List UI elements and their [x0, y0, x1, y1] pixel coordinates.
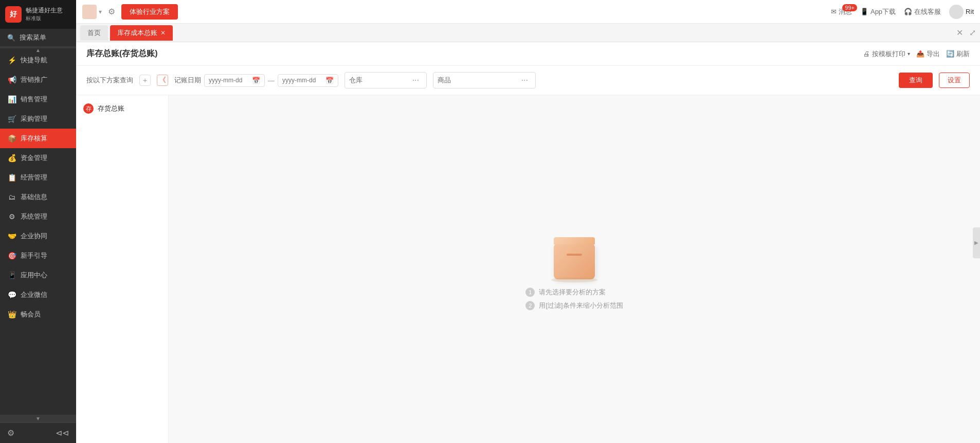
export-icon: 📤 [916, 50, 924, 58]
sales-icon: 📊 [7, 95, 16, 104]
page-header: 库存总账(存货总账) 🖨 按模板打印 ▾ 📤 导出 🔄 刷新 [76, 42, 980, 66]
chevron-down-icon: ▾ [99, 8, 102, 15]
industry-solution-button[interactable]: 体验行业方案 [121, 4, 178, 20]
search-menu[interactable]: 🔍 搜索菜单 [0, 29, 76, 46]
date-label: 记账日期 [174, 76, 201, 85]
app-center-icon: 📱 [7, 271, 16, 280]
logo-icon: 好 [5, 6, 22, 23]
basic-info-icon: 🗂 [7, 192, 16, 202]
purchase-icon: 🛒 [7, 114, 16, 123]
empty-box-graphic [554, 243, 595, 279]
company-avatar [82, 5, 97, 19]
topbar-left: ▾ ⚙ 体验行业方案 [82, 4, 827, 20]
content-row: 存 存货总账 1 请先选择要分析的 [76, 95, 980, 443]
filter-area: 按以下方案查询 + 《 记账日期 📅 — 📅 仓库 ··· [76, 66, 980, 95]
goods-more-icon[interactable]: ··· [518, 75, 531, 86]
sidebar-item-system[interactable]: ⚙ 系统管理 [0, 207, 76, 226]
sidebar-item-inventory[interactable]: 📦 库存核算 [0, 129, 76, 148]
sidebar-item-wechat[interactable]: 💬 企业微信 [0, 285, 76, 305]
print-dropdown-icon[interactable]: ▾ [908, 51, 910, 57]
search-icon: 🔍 [7, 34, 15, 42]
sidebar-item-quick-nav[interactable]: ⚡ 快捷导航 [0, 50, 76, 70]
sidebar-nav: ⚡ 快捷导航 📢 营销推广 📊 销售管理 🛒 采购管理 📦 库存核算 💰 资金管… [0, 48, 76, 415]
hint-num-2: 2 [525, 301, 535, 310]
wechat-icon: 💬 [7, 290, 16, 299]
app-name: 畅捷通好生意 标准版 [26, 7, 63, 22]
add-filter-button[interactable]: + [139, 75, 151, 86]
settings-icon[interactable]: ⚙ [7, 428, 14, 438]
panel-close-icon[interactable]: ✕ [956, 28, 963, 38]
scroll-down-icon[interactable]: ▼ [35, 416, 41, 421]
warehouse-select[interactable]: 仓库 ··· [344, 72, 427, 88]
sidebar-item-app-center[interactable]: 📱 应用中心 [0, 265, 76, 285]
calendar-end-icon[interactable]: 📅 [325, 77, 334, 84]
tabs-bar: 首页 库存成本总账 ✕ ✕ ⤢ [76, 24, 980, 42]
date-end-field[interactable] [282, 77, 323, 84]
quick-nav-icon: ⚡ [7, 56, 16, 65]
right-collapse-handle[interactable]: ▶ [973, 227, 980, 258]
collapse-filter-button[interactable]: 《 [157, 75, 168, 86]
sidebar-item-basic-info[interactable]: 🗂 基础信息 [0, 187, 76, 207]
sidebar: 好 畅捷通好生意 标准版 🔍 搜索菜单 ▲ ⚡ 快捷导航 📢 营销推广 📊 销售… [0, 0, 76, 443]
settings-button[interactable]: 设置 [939, 73, 970, 88]
print-button[interactable]: 🖨 按模板打印 ▾ [863, 49, 910, 59]
hint-num-1: 1 [525, 288, 535, 297]
date-start-field[interactable] [209, 77, 250, 84]
tab-home[interactable]: 首页 [80, 25, 108, 41]
page-title: 库存总账(存货总账) [86, 48, 158, 59]
sidebar-item-operation[interactable]: 📋 经营管理 [0, 168, 76, 187]
sidebar-item-capital[interactable]: 💰 资金管理 [0, 148, 76, 168]
sidebar-item-vip[interactable]: 👑 畅会员 [0, 305, 76, 324]
refresh-button[interactable]: 🔄 刷新 [946, 49, 970, 59]
empty-shadow-graphic [551, 277, 597, 282]
app-download-button[interactable]: 📱 App下载 [860, 7, 896, 16]
empty-hints: 1 请先选择要分析的方案 2 用[过滤]条件来缩小分析范围 [525, 288, 623, 310]
message-button[interactable]: ✉ 消息 99+ [831, 7, 852, 16]
collapse-right-icon: ▶ [974, 240, 978, 245]
tab-inventory-ledger[interactable]: 库存成本总账 ✕ [110, 25, 173, 41]
filter-label: 按以下方案查询 [86, 76, 133, 85]
warehouse-label: 仓库 [349, 76, 362, 85]
calendar-start-icon[interactable]: 📅 [252, 77, 260, 84]
tab-close-icon[interactable]: ✕ [160, 29, 166, 37]
panel-expand-icon[interactable]: ⤢ [969, 28, 976, 38]
system-icon: ⚙ [7, 212, 16, 221]
message-badge: 99+ [842, 4, 857, 11]
refresh-icon: 🔄 [946, 50, 954, 58]
fold-sidebar-icon[interactable]: ⊲⊲ [56, 428, 69, 438]
topbar-settings-icon[interactable]: ⚙ [106, 5, 117, 19]
query-button[interactable]: 查询 [899, 73, 933, 88]
online-service-button[interactable]: 🎧 在线客服 [904, 7, 941, 16]
app-logo: 好 畅捷通好生意 标准版 [0, 0, 76, 29]
export-button[interactable]: 📤 导出 [916, 49, 940, 59]
sidebar-item-purchase[interactable]: 🛒 采购管理 [0, 109, 76, 129]
phone-icon: 📱 [860, 8, 868, 15]
page-area: 库存总账(存货总账) 🖨 按模板打印 ▾ 📤 导出 🔄 刷新 按以下方案查 [76, 42, 980, 443]
date-separator: — [268, 77, 275, 84]
date-end-input[interactable]: 📅 [278, 74, 338, 87]
print-icon: 🖨 [863, 50, 870, 58]
main-content: ▾ ⚙ 体验行业方案 ✉ 消息 99+ 📱 App下载 🎧 在线客服 Rit [76, 0, 980, 443]
message-icon: ✉ [831, 8, 837, 15]
empty-hint-2: 2 用[过滤]条件来缩小分析范围 [525, 301, 623, 310]
capital-icon: 💰 [7, 153, 16, 163]
warehouse-more-icon[interactable]: ··· [409, 75, 422, 86]
sidebar-item-sales[interactable]: 📊 销售管理 [0, 90, 76, 109]
sidebar-item-enterprise[interactable]: 🤝 企业协同 [0, 226, 76, 246]
sidebar-item-guide[interactable]: 🎯 新手引导 [0, 246, 76, 265]
inventory-icon: 📦 [7, 134, 16, 143]
company-selector[interactable]: ▾ [82, 5, 102, 19]
sidebar-item-marketing[interactable]: 📢 营销推广 [0, 70, 76, 90]
date-start-input[interactable]: 📅 [204, 74, 265, 87]
empty-hint-1: 1 请先选择要分析的方案 [525, 288, 623, 297]
scheme-icon: 存 [83, 103, 94, 114]
sidebar-bottom: ⚙ ⊲⊲ [0, 422, 76, 443]
user-avatar[interactable]: Rit [949, 5, 974, 19]
goods-select[interactable]: 商品 ··· [433, 72, 536, 88]
marketing-icon: 📢 [7, 75, 16, 84]
avatar-img [949, 5, 964, 19]
topbar: ▾ ⚙ 体验行业方案 ✉ 消息 99+ 📱 App下载 🎧 在线客服 Rit [76, 0, 980, 24]
vip-icon: 👑 [7, 310, 16, 319]
enterprise-icon: 🤝 [7, 232, 16, 241]
scheme-item-inventory-ledger[interactable]: 存 存货总账 [76, 99, 168, 118]
